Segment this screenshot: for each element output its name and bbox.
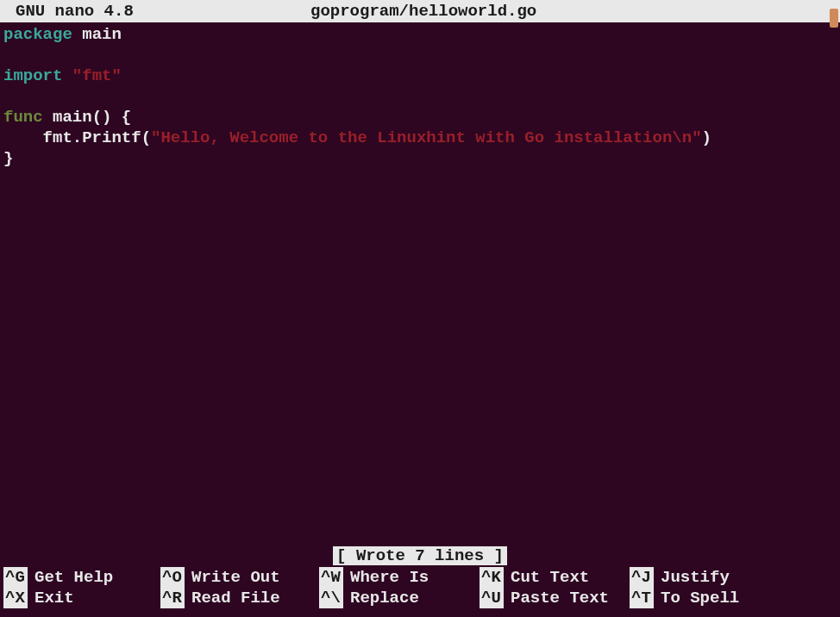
key-ctrl-w: ^W [319,567,343,588]
shortcut-write-out[interactable]: ^OWrite Out [160,567,319,588]
punct-close-paren: ) [702,128,711,147]
shortcut-replace[interactable]: ^\Replace [319,588,480,608]
label-get-help: Get Help [34,567,113,588]
keyword-func: func [3,108,43,127]
keyword-import: import [3,66,62,85]
label-exit: Exit [34,588,74,608]
label-read-file: Read File [191,588,280,608]
label-justify: Justify [661,567,730,588]
filename: goprogram/helloworld.go [310,0,536,22]
key-ctrl-o: ^O [160,567,185,588]
status-message: [ Wrote 7 lines ] [333,546,507,565]
code-line-blank [3,86,837,107]
keyword-package: package [3,25,72,44]
code-line-6: fmt.Printf("Hello, Welcome to the Linuxh… [3,128,837,148]
punct-paren-brace: () { [92,108,132,127]
label-where-is: Where Is [350,567,429,588]
key-ctrl-r: ^R [160,588,185,608]
indent [3,128,43,147]
label-cut-text: Cut Text [511,567,589,588]
shortcut-exit[interactable]: ^XExit [3,588,160,608]
key-ctrl-g: ^G [3,567,28,588]
shortcut-read-file[interactable]: ^RRead File [160,588,319,608]
string-hello: "Hello, Welcome to the Linuxhint with Go… [151,128,702,147]
code-line-3: import "fmt" [3,65,837,86]
key-ctrl-t: ^T [630,588,654,608]
key-ctrl-backslash: ^\ [319,588,343,608]
code-line-7: } [3,148,837,169]
label-to-spell: To Spell [661,588,739,608]
key-ctrl-k: ^K [480,567,504,588]
key-ctrl-x: ^X [3,588,28,608]
code-line-1: package main [3,24,837,45]
label-paste-text: Paste Text [511,588,609,608]
app-name: GNU nano 4.8 [0,0,310,22]
editor-content[interactable]: package main import "fmt" func main() { … [0,22,840,171]
call-fmt-printf: fmt.Printf( [43,128,151,147]
shortcut-where-is[interactable]: ^WWhere Is [319,567,480,588]
code-line-blank [3,45,837,65]
shortcut-bar: ^GGet Help ^OWrite Out ^WWhere Is ^KCut … [0,567,840,608]
ident-main: main [72,25,122,44]
status-line: [ Wrote 7 lines ] [0,546,840,565]
key-ctrl-j: ^J [630,567,654,588]
label-replace: Replace [350,588,419,608]
string-fmt: "fmt" [62,66,121,85]
scrollbar-thumb[interactable] [830,9,838,28]
shortcut-get-help[interactable]: ^GGet Help [3,567,160,588]
shortcut-justify[interactable]: ^JJustify [630,567,802,588]
titlebar: GNU nano 4.8 goprogram/helloworld.go [0,0,840,22]
shortcut-paste-text[interactable]: ^UPaste Text [480,588,630,608]
key-ctrl-u: ^U [480,588,504,608]
func-name: main [43,108,92,127]
shortcut-cut-text[interactable]: ^KCut Text [480,567,630,588]
label-write-out: Write Out [191,567,280,588]
bottom-area: [ Wrote 7 lines ] ^GGet Help ^OWrite Out… [0,546,840,608]
punct-close-brace: } [3,149,13,168]
shortcut-to-spell[interactable]: ^TTo Spell [630,588,802,608]
shortcut-row-2: ^XExit ^RRead File ^\Replace ^UPaste Tex… [3,588,837,608]
shortcut-row-1: ^GGet Help ^OWrite Out ^WWhere Is ^KCut … [3,567,837,588]
code-line-5: func main() { [3,107,837,128]
